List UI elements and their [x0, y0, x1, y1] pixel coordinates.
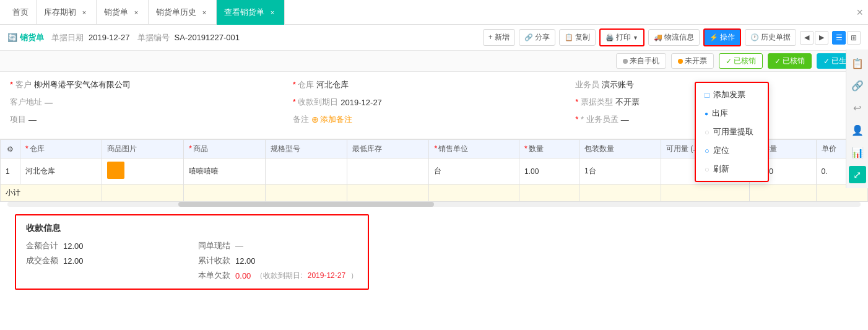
- summary-deal-amount: 成交金额 12.00: [26, 255, 186, 266]
- tab-inventory-init[interactable]: 库存期初 ×: [37, 0, 97, 25]
- scrollbar-thumb[interactable]: [178, 202, 434, 207]
- tab-sales-order[interactable]: 销货单 ×: [97, 0, 149, 25]
- sidebar-link-icon[interactable]: 🔗: [849, 77, 866, 94]
- cell-spec: [266, 158, 347, 185]
- subtotal-label: 小计: [1, 185, 102, 202]
- horizontal-scrollbar[interactable]: [7, 202, 861, 207]
- dropdown-add-invoice[interactable]: □ 添加发票: [696, 85, 768, 104]
- cell-qty: 1.00: [519, 158, 579, 185]
- col-gear: ⚙: [1, 140, 20, 158]
- subtotal-qty: [519, 185, 579, 202]
- project-field: 项目 —: [10, 114, 293, 125]
- check-button[interactable]: ✓ 已核销: [719, 53, 763, 69]
- col-product: *商品: [184, 140, 266, 158]
- note-field: 备注 ⊕ 添加备注: [293, 114, 576, 125]
- dropdown-available-extract[interactable]: ○ 可用量提取: [696, 123, 768, 141]
- col-warehouse: *仓库: [20, 140, 102, 158]
- subtotal-min-stock: [347, 185, 429, 202]
- tab-close-history[interactable]: ×: [200, 8, 209, 17]
- cell-min-stock: [347, 158, 429, 185]
- sold-button[interactable]: ✓ 已核销: [768, 53, 812, 69]
- summary-title: 收款信息: [26, 223, 358, 234]
- dropdown-out-stock[interactable]: ● 出库: [696, 104, 768, 123]
- payment-field: 收款到期日 2019-12-27: [293, 97, 576, 108]
- col-qty: *数量: [519, 140, 579, 158]
- doc-type: 🔄 销货单: [7, 32, 44, 43]
- add-note-button[interactable]: ⊕ 添加备注: [311, 114, 352, 125]
- tab-bar: 首页 库存期初 × 销货单 × 销货单历史 × 查看销货单 × ×: [0, 0, 868, 25]
- new-button[interactable]: + 新增: [483, 29, 515, 46]
- locate-icon: ○: [705, 146, 710, 155]
- subtotal-current: [749, 185, 816, 202]
- tab-close-sales[interactable]: ×: [132, 8, 141, 17]
- address-field: 客户地址 —: [10, 97, 293, 108]
- summary-owed-amount: 本单欠款 0.00 （收款到期日: 2019-12-27 ）: [198, 270, 358, 281]
- subtotal-spec: [266, 185, 347, 202]
- cell-row-num: 1: [1, 158, 20, 185]
- sub-toolbar: 来自手机 未开票 ✓ 已核销 ✓ 已核销 ✓ 已生效: [0, 51, 868, 72]
- out-stock-icon: ●: [705, 110, 708, 117]
- not-open-button[interactable]: 未开票: [671, 53, 714, 69]
- refresh-icon: ○: [705, 165, 710, 174]
- cell-pkg-qty: 1台: [579, 158, 661, 185]
- subtotal-img: [102, 185, 184, 202]
- summary-section: 收款信息 金额合计 12.00 同单现结 — 成交金额 12.00: [0, 207, 868, 297]
- list-view-button[interactable]: ☰: [832, 31, 846, 45]
- cell-unit: 台: [429, 158, 519, 185]
- dropdown-refresh[interactable]: ○ 刷新: [696, 160, 768, 178]
- sidebar-doc-icon[interactable]: 📋: [849, 54, 866, 72]
- grid-view-button[interactable]: ⊞: [847, 31, 861, 45]
- sidebar-expand-icon[interactable]: ⤢: [849, 166, 866, 183]
- sidebar-chart-icon[interactable]: 📊: [849, 144, 866, 161]
- history-button[interactable]: 🕐 历史单据: [745, 29, 796, 46]
- tab-home[interactable]: 首页: [5, 0, 37, 25]
- summary-total-amount: 金额合计 12.00: [26, 240, 186, 251]
- summary-total-receipt: 累计收款 12.00: [198, 255, 358, 266]
- col-spec: 规格型号: [266, 140, 347, 158]
- subtotal-unit: [429, 185, 519, 202]
- operation-dropdown: □ 添加发票 ● 出库 ○ 可用量提取 ○ 定位 ○ 刷新: [695, 82, 769, 182]
- subtotal-product: [184, 185, 266, 202]
- warehouse-field: 仓库 河北仓库: [293, 79, 576, 90]
- sidebar-return-icon[interactable]: ↩: [849, 99, 866, 116]
- summary-box: 收款信息 金额合计 12.00 同单现结 — 成交金额 12.00: [15, 214, 369, 290]
- prev-button[interactable]: ◀: [800, 31, 814, 45]
- product-image: [107, 162, 124, 179]
- summary-single-settle: 同单现结 —: [198, 240, 358, 251]
- subtotal-available: [661, 185, 749, 202]
- tab-sales-history[interactable]: 销货单历史 ×: [149, 0, 217, 25]
- extract-icon: ○: [705, 128, 710, 137]
- print-button[interactable]: 🖨️ 打印 ▼: [599, 28, 644, 46]
- tab-close-view[interactable]: ×: [268, 8, 277, 17]
- summary-owed: [26, 270, 186, 281]
- sidebar-user-icon[interactable]: 👤: [849, 121, 866, 139]
- nav-arrows: ◀ ▶: [800, 31, 828, 45]
- subtotal-pkg-qty: [579, 185, 661, 202]
- cell-warehouse: 河北仓库: [20, 158, 102, 185]
- tab-close-inventory[interactable]: ×: [80, 8, 89, 17]
- cell-product: 嘻嘻嘻嘻: [184, 158, 266, 185]
- col-pkg-qty: 包装数量: [579, 140, 661, 158]
- col-unit: *销售单位: [429, 140, 519, 158]
- logistics-button[interactable]: 🚚 物流信息: [648, 29, 700, 46]
- right-sidebar: 📋 🔗 ↩ 👤 📊 ⤢: [846, 50, 868, 188]
- col-min-stock: 最低库存: [347, 140, 429, 158]
- from-phone-button[interactable]: 来自手机: [616, 53, 666, 69]
- summary-grid: 金额合计 12.00 同单现结 — 成交金额 12.00 累计收款 12.00: [26, 240, 358, 281]
- col-img: 商品图片: [102, 140, 184, 158]
- copy-button[interactable]: 📋 复制: [559, 29, 596, 46]
- operation-button[interactable]: ⚡ 操作: [703, 28, 741, 46]
- share-button[interactable]: 🔗 分享: [519, 29, 555, 46]
- dropdown-locate[interactable]: ○ 定位: [696, 141, 768, 160]
- invoice-icon: □: [705, 90, 710, 100]
- cell-img: [102, 158, 184, 185]
- phone-dot-icon: [623, 59, 628, 64]
- plus-icon: ⊕: [311, 115, 319, 124]
- subtotal-row: 小计: [1, 185, 868, 202]
- next-button[interactable]: ▶: [815, 31, 828, 45]
- doc-date-field: 单据日期 2019-12-27: [51, 32, 130, 43]
- tab-view-sales[interactable]: 查看销货单 ×: [217, 0, 285, 25]
- doc-number-field: 单据编号 SA-20191227-001: [137, 32, 240, 43]
- customer-field: 客户 柳州粤港平安气体有限公司: [10, 79, 293, 90]
- window-close-button[interactable]: ×: [856, 6, 863, 19]
